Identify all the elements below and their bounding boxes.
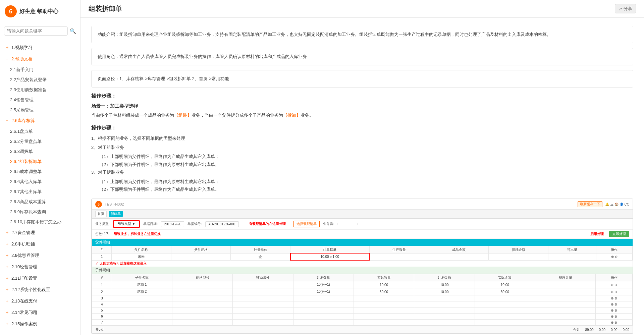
mock-qty-label: 份数: 1/3 — [95, 232, 108, 236]
mock-num-label: 单据编号: — [187, 222, 202, 226]
mock-footer-val1: 89.00 — [585, 328, 594, 332]
sidebar-item-2-6-1[interactable]: 2.6.1盘点单 — [0, 126, 80, 136]
mock-th-prod-amt: 成品金额 — [429, 246, 489, 254]
sidebar-item-2[interactable]: － 2.帮助文档 — [0, 53, 80, 65]
mock-th-loss: 损耗金额 — [489, 246, 548, 254]
mock-refresh-btn[interactable]: 刷新缓存一下 — [578, 201, 602, 207]
mock-select-bill-btn[interactable]: 选择装配清单 — [293, 221, 320, 227]
mock-staff-input[interactable] — [337, 223, 358, 225]
mock-th-parent-name: 父件名称 — [111, 246, 171, 254]
sidebar-item-2-7[interactable]: ＋ 2.7资金管理 — [0, 227, 80, 238]
sidebar-item-2-6-9[interactable]: 2.6.9库存账本查询 — [0, 207, 80, 217]
mock-th-unit: 计量单位 — [231, 246, 290, 254]
intro-block: 功能介绍：组装拆卸单用来处理企业组装或拆卸等加工业务，支持有固定装配清单的产品加… — [91, 26, 633, 43]
sidebar-item-2-4[interactable]: 2.4销售管理 — [0, 95, 80, 105]
mock-sub-th-plan-amt: 计划金额 — [414, 274, 475, 281]
step-1: 1、根据不同的业务，选择不同单据的类型来处理 — [91, 134, 633, 142]
expand-icon-2-11: ＋ — [5, 275, 9, 281]
sidebar-item-2-13[interactable]: ＋ 2.13在线支付 — [0, 295, 80, 307]
mock-sub-th-spec: 规格型号 — [172, 274, 232, 281]
sidebar-item-2-6-3[interactable]: 2.6.3调拨单 — [0, 147, 80, 157]
search-input[interactable] — [4, 26, 68, 36]
content-area: 功能介绍：组装拆卸单用来处理企业组装或拆卸等加工业务，支持有固定装配清单的产品加… — [80, 18, 644, 335]
mock-sub-th-plan-qty: 计划数量 — [293, 274, 354, 281]
sidebar-item-2-6-10[interactable]: 2.6.10库存账本错了怎么办 — [0, 217, 80, 227]
sidebar-item-2-14[interactable]: ＋ 2.14常见问题 — [0, 307, 80, 318]
mock-sub-th-actual-amt: 实际金额 — [475, 274, 535, 281]
step-2-1: （1）上部明细为父件明细，最终作为产成品生成其它入库单； — [91, 153, 633, 160]
sidebar-item-2-6-7[interactable]: 2.6.7其他出库单 — [0, 187, 80, 197]
sidebar-item-2-11[interactable]: ＋ 2.11打印设置 — [0, 273, 80, 284]
mock-th-prod-qty: 生产数量 — [369, 246, 429, 254]
mock-sub-row-2: 2 糖糖 2 10(分+1) 30.00 10.00 30.00 ⊕ ⊖ — [92, 288, 633, 295]
expand-icon-2-8: ＋ — [5, 241, 9, 247]
logo-icon: 6 — [5, 5, 17, 17]
mock-annotation-business: 组装业务，拆卸业务在这里切换 — [114, 232, 161, 236]
sidebar-item-2-6-2[interactable]: 2.6.2分量盘点单 — [0, 136, 80, 147]
sidebar-item-2-6-6[interactable]: 2.6.6其他入库单 — [0, 177, 80, 187]
sidebar-item-2-6-4[interactable]: 2.6.4组装拆卸单 — [0, 157, 80, 167]
mock-footer: 共0页 合计 89.00 0.00 0.00 0.00 — [92, 326, 633, 333]
topbar: 组装拆卸单 ↗ 分享 — [80, 0, 644, 18]
search-icon[interactable]: 🔍 — [70, 28, 76, 34]
share-button[interactable]: ↗ 分享 — [615, 4, 636, 13]
sidebar-item-2-2[interactable]: 2.2产品安装及登录 — [0, 75, 80, 85]
mock-footer-val3: 0.00 — [611, 328, 617, 332]
mock-top-table: # 父件名称 父件规格 计量单位 计量数量 生产数量 成品金额 损耗金额 可出量… — [92, 246, 633, 261]
sidebar-item-2-6-5[interactable]: 2.6.5成本调整单 — [0, 167, 80, 177]
mock-annotation-manual: ↙ 无固定流程可以直接在这里录入 — [92, 261, 633, 267]
step-2-2: （2）下部明细为子件明细，最终作为原材料生成其它出库单。 — [91, 161, 633, 168]
mock-footer-val4: 0.00 — [623, 328, 629, 332]
sidebar-item-2-9[interactable]: ＋ 2.9优惠券管理 — [0, 250, 80, 261]
mock-batch-btn[interactable]: 立即处理 — [609, 231, 629, 237]
ops-title: 操作步骤： — [91, 93, 633, 99]
mock-date-label: 单据日期: — [143, 222, 158, 226]
sidebar-item-2-10[interactable]: ＋ 2.10经营管理 — [0, 261, 80, 273]
sidebar-item-2-3[interactable]: 2.3使用前数据准备 — [0, 85, 80, 95]
sidebar-item-2-6-8[interactable]: 2.6.8商品成本重算 — [0, 197, 80, 207]
mock-qty-cell[interactable]: 10.00 ≥ 1.00 — [290, 253, 369, 260]
expand-icon-2: － — [5, 56, 9, 62]
page-title: 组装拆卸单 — [89, 4, 122, 13]
mock-sub-th-discard-unit: 整理计量 — [535, 274, 595, 281]
mock-th-parent-spec: 父件规格 — [171, 246, 231, 254]
main-content: 组装拆卸单 ↗ 分享 功能介绍：组装拆卸单用来处理企业组装或拆卸等加工业务，支持… — [80, 0, 644, 335]
mock-tab-home[interactable]: 首页 — [95, 211, 107, 217]
step-3-2: （2）下部明细为子件明细，最终作为产成品生成其它入库单。 — [91, 185, 633, 193]
sidebar-item-2-6[interactable]: － 2.6库存核算 — [0, 115, 80, 126]
mock-topbar-icons: 🔔 ☁ 🏠 👤 CC — [605, 203, 629, 206]
mock-section-header-top: 父件明细 — [92, 239, 633, 246]
sidebar-item-2-15[interactable]: ＋ 2.15操作案例 — [0, 318, 80, 330]
mock-staff-label: 业务员: — [323, 222, 334, 226]
mock-sub-th-aux: 辅助属性 — [233, 274, 293, 281]
sidebar-item-2-8[interactable]: ＋ 2.8手机旺铺 — [0, 238, 80, 250]
mock-th-avail: 可出量 — [548, 246, 596, 254]
app-title: 好生意 帮助中心 — [19, 8, 58, 15]
mock-sub-th-actual-qty: 实际数量 — [354, 274, 414, 281]
sidebar-item-2-1[interactable]: 2.1新手入门 — [0, 65, 80, 75]
sidebar-item-1[interactable]: ＋ 1.视频学习 — [0, 42, 80, 53]
path-block: 页面路径：1、库存核算->库存管理->组装拆卸单 2、首页->常用功能 — [91, 70, 633, 88]
mock-section-header-bottom: 子件明细 — [92, 267, 633, 274]
mock-th-qty: 计量数量 — [290, 246, 369, 254]
mock-top-table-container: # 父件名称 父件规格 计量单位 计量数量 生产数量 成品金额 损耗金额 可出量… — [92, 246, 633, 261]
mock-form-label-type: 业务类型: — [95, 222, 110, 226]
sidebar-item-2-12[interactable]: ＋ 2.12系统个性化设置 — [0, 284, 80, 295]
sidebar-item-2-5[interactable]: 2.5采购管理 — [0, 105, 80, 115]
intro-text: 功能介绍：组装拆卸单用来处理企业组装或拆卸等加工业务，支持有固定装配清单的产品加… — [98, 32, 551, 37]
mock-sub-th-action: 操作 — [596, 274, 633, 281]
mock-date-value: 2019-12-26 — [161, 221, 184, 227]
sidebar: 6 好生意 帮助中心 🔍 ＋ 1.视频学习 － 2.帮助文档 2.1新手入门 2… — [0, 0, 80, 335]
screenshot-container: 6 TEST-H002 刷新缓存一下 🔔 ☁ 🏠 👤 CC 首页 新建单 业务类… — [91, 199, 633, 334]
mock-sub-th-no: # — [92, 274, 112, 281]
mock-bottom-table: # 子件名称 规格型号 辅助属性 计划数量 实际数量 计划金额 实际金额 整理计… — [92, 274, 633, 326]
mock-breadcrumb: TEST-H002 — [105, 202, 575, 206]
mock-tab-active[interactable]: 新建单 — [109, 211, 123, 217]
expand-icon-2-14: ＋ — [5, 310, 9, 316]
ops-steps-title: 操作步骤： — [91, 125, 633, 131]
mock-type-select[interactable]: 组装类型 ▼ — [113, 220, 140, 228]
mock-annotation-processing: 有装配清单的在这里处理 → — [249, 222, 290, 226]
mock-form-row: 业务类型: 组装类型 ▼ 单据日期: 2019-12-26 单据编号: AD-2… — [92, 219, 633, 230]
sidebar-item-2-label: 2.帮助文档 — [11, 56, 33, 62]
expand-icon-2-13: ＋ — [5, 298, 9, 304]
